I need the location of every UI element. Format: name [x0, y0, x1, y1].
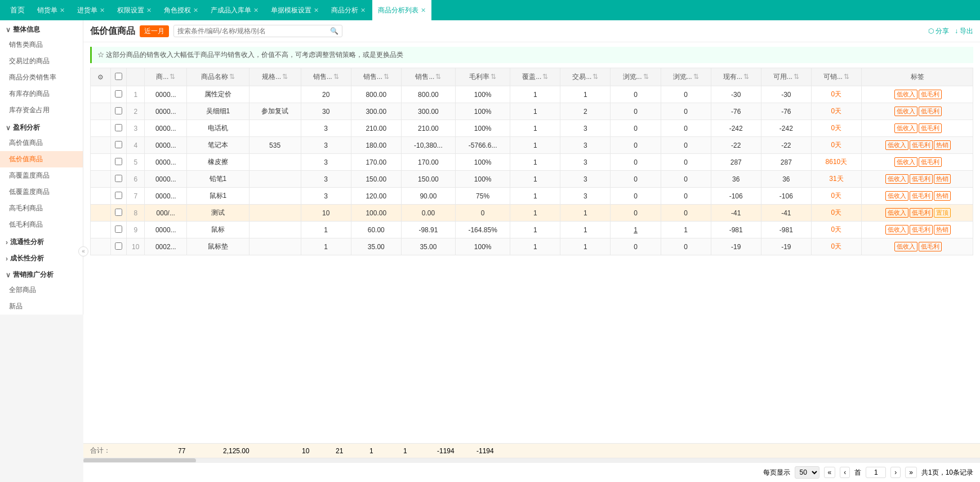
nav-product-analysis-list[interactable]: 商品分析列表 ✕: [372, 0, 431, 20]
page-number-input[interactable]: [866, 467, 886, 478]
th-gross-rate[interactable]: 毛利率⇅: [456, 68, 510, 86]
sort-icon[interactable]: ⇅: [384, 73, 389, 81]
nav-close-icon[interactable]: ✕: [314, 7, 319, 14]
sidebar-item-stock-products[interactable]: 有库存的商品: [0, 86, 83, 102]
nav-close-icon[interactable]: ✕: [100, 7, 105, 14]
nav-close-icon[interactable]: ✕: [421, 7, 426, 14]
sidebar-item-low-margin[interactable]: 低毛利商品: [0, 216, 83, 233]
nav-template-setting[interactable]: 单据模板设置 ✕: [265, 0, 324, 20]
sort-icon[interactable]: ⇅: [643, 73, 649, 81]
cell-browse1[interactable]: 0: [611, 154, 661, 171]
sidebar-item-high-margin[interactable]: 高毛利商品: [0, 200, 83, 216]
per-page-select[interactable]: 50: [795, 466, 819, 479]
sidebar-item-low-coverage[interactable]: 低覆盖度商品: [0, 184, 83, 200]
search-icon[interactable]: 🔍: [330, 27, 338, 35]
cell-checkbox[interactable]: [111, 222, 127, 238]
nav-purchase-order[interactable]: 进货单 ✕: [72, 0, 110, 20]
th-cover[interactable]: 覆盖...⇅: [510, 68, 560, 86]
th-available[interactable]: 可用...⇅: [761, 68, 811, 86]
nav-close-icon[interactable]: ✕: [253, 7, 259, 14]
sort-icon[interactable]: ⇅: [491, 73, 496, 81]
sidebar-group-profit[interactable]: ∨ 盈利分析: [0, 118, 83, 135]
sidebar-group-overall[interactable]: ∨ 整体信息: [0, 20, 83, 37]
sidebar-item-new-products[interactable]: 新品: [0, 298, 83, 315]
cell-checkbox[interactable]: [111, 171, 127, 188]
sidebar-group-growth[interactable]: › 成长性分析: [0, 249, 83, 266]
th-name[interactable]: 商品名称⇅: [187, 68, 249, 86]
nav-close-icon[interactable]: ✕: [60, 7, 65, 14]
row-checkbox[interactable]: [115, 158, 122, 165]
sort-icon[interactable]: ⇅: [844, 73, 849, 81]
export-button[interactable]: ↓ 导出: [955, 26, 973, 36]
nav-permission-setting[interactable]: 权限设置 ✕: [112, 0, 157, 20]
th-sales-price[interactable]: 销售...⇅: [351, 68, 401, 86]
cell-browse1[interactable]: 0: [611, 137, 661, 154]
nav-production-warehousing[interactable]: 产成品入库单 ✕: [205, 0, 264, 20]
th-browse2[interactable]: 浏览...⇅: [661, 68, 711, 86]
th-settings[interactable]: ⚙: [91, 68, 111, 86]
sidebar-item-all-products[interactable]: 全部商品: [0, 282, 83, 298]
cell-checkbox[interactable]: [111, 86, 127, 103]
sort-icon[interactable]: ⇅: [593, 73, 598, 81]
cell-checkbox[interactable]: [111, 188, 127, 205]
cell-browse1[interactable]: 0: [611, 171, 661, 188]
th-browse1[interactable]: 浏览...⇅: [611, 68, 661, 86]
next-page-button[interactable]: ›: [890, 467, 901, 478]
cell-checkbox[interactable]: [111, 137, 127, 154]
th-trade[interactable]: 交易...⇅: [560, 68, 611, 86]
nav-sales-order[interactable]: 销货单 ✕: [32, 0, 70, 20]
th-sales-qty[interactable]: 销售...⇅: [301, 68, 351, 86]
cell-browse1[interactable]: 0: [611, 205, 661, 222]
th-code[interactable]: 商...⇅: [145, 68, 187, 86]
row-checkbox[interactable]: [115, 107, 122, 114]
last-page-button[interactable]: »: [905, 467, 917, 478]
sidebar-item-sales-products[interactable]: 销售类商品: [0, 37, 83, 53]
sidebar-item-high-coverage[interactable]: 高覆盖度商品: [0, 167, 83, 184]
sort-icon[interactable]: ⇅: [743, 73, 749, 81]
browse-link[interactable]: 1: [634, 226, 638, 234]
sidebar-item-low-value[interactable]: 低价值商品: [0, 151, 83, 167]
cell-browse1[interactable]: 0: [611, 188, 661, 205]
cell-checkbox[interactable]: [111, 205, 127, 222]
sort-icon[interactable]: ⇅: [693, 73, 699, 81]
nav-home[interactable]: 首页: [5, 0, 30, 20]
cell-checkbox[interactable]: [111, 238, 127, 255]
sidebar-group-liquidity[interactable]: › 流通性分析: [0, 233, 83, 249]
cell-browse1[interactable]: 0: [611, 103, 661, 120]
th-spec[interactable]: 规格...⇅: [249, 68, 301, 86]
row-checkbox[interactable]: [115, 209, 122, 216]
select-all-checkbox[interactable]: [115, 73, 122, 80]
sidebar-collapse-button[interactable]: «: [78, 246, 88, 257]
sidebar-item-traded-products[interactable]: 交易过的商品: [0, 53, 83, 69]
nav-role-auth[interactable]: 角色授权 ✕: [158, 0, 204, 20]
sort-icon[interactable]: ⇅: [170, 73, 175, 81]
sidebar-item-stock-capital[interactable]: 库存资金占用: [0, 102, 83, 118]
row-checkbox[interactable]: [115, 242, 122, 250]
sort-icon[interactable]: ⇅: [333, 73, 339, 81]
sort-icon[interactable]: ⇅: [282, 73, 288, 81]
share-button[interactable]: ⬡ 分享: [928, 26, 949, 36]
th-saleable[interactable]: 可销...⇅: [811, 68, 861, 86]
cell-checkbox[interactable]: [111, 154, 127, 171]
cell-browse1[interactable]: 1: [611, 222, 661, 238]
sidebar-item-high-value[interactable]: 高价值商品: [0, 135, 83, 151]
nav-product-analysis[interactable]: 商品分析 ✕: [326, 0, 371, 20]
row-checkbox[interactable]: [115, 124, 122, 131]
nav-close-icon[interactable]: ✕: [360, 7, 366, 14]
nav-close-icon[interactable]: ✕: [193, 7, 198, 14]
cell-browse1[interactable]: 0: [611, 86, 661, 103]
th-sales-cost[interactable]: 销售...⇅: [401, 68, 455, 86]
time-badge[interactable]: 近一月: [140, 25, 169, 37]
row-checkbox[interactable]: [115, 225, 122, 233]
sidebar-item-category-rate[interactable]: 商品分类销售率: [0, 69, 83, 86]
sidebar-group-marketing[interactable]: ∨ 营销推广分析: [0, 266, 83, 282]
row-checkbox[interactable]: [115, 141, 122, 148]
sort-icon[interactable]: ⇅: [542, 73, 548, 81]
row-checkbox[interactable]: [115, 90, 122, 98]
first-page-button[interactable]: «: [824, 467, 836, 478]
cell-checkbox[interactable]: [111, 103, 127, 120]
nav-close-icon[interactable]: ✕: [146, 7, 152, 14]
horizontal-scrollbar[interactable]: [83, 458, 980, 462]
sort-icon[interactable]: ⇅: [229, 73, 235, 81]
sort-icon[interactable]: ⇅: [435, 73, 441, 81]
